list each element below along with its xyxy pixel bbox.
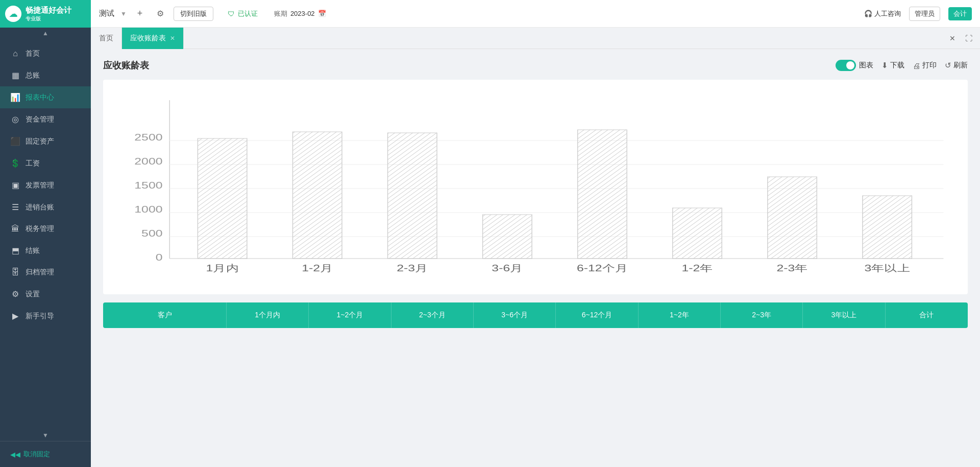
funds-icon: ◎ — [10, 114, 20, 124]
wages-icon: 💲 — [10, 158, 20, 168]
sidebar-scroll-down[interactable]: ▼ — [0, 430, 91, 441]
svg-text:1-2年: 1-2年 — [682, 263, 713, 273]
period-value: 2023-02 — [290, 10, 315, 17]
svg-text:0: 0 — [156, 252, 163, 263]
svg-rect-20 — [483, 215, 532, 259]
invoices-icon: ▣ — [10, 180, 20, 190]
topbar-add-button[interactable]: + — [133, 7, 147, 21]
table-col-1-2month: 1~2个月 — [309, 302, 391, 328]
table-container: 客户 1个月内 1~2个月 2~3个月 3~6个月 6~12个月 1~2年 2~… — [103, 302, 968, 328]
chart-wrapper: 0 500 1000 1500 2000 2500 1月内 — [113, 90, 958, 284]
sidebar-item-reports[interactable]: 📊 报表中心 — [0, 86, 91, 108]
table-col-total: 合计 — [886, 302, 968, 328]
reports-icon: 📊 — [10, 92, 20, 102]
expand-window-button[interactable]: ⛶ — [962, 31, 976, 45]
tab-home[interactable]: 首页 — [91, 28, 122, 49]
sidebar-item-tax[interactable]: 🏛 税务管理 — [0, 218, 91, 240]
svg-rect-24 — [673, 208, 722, 259]
topbar-dropdown-icon[interactable]: ▼ — [120, 10, 127, 17]
table-col-6-12month: 6~12个月 — [556, 302, 638, 328]
tab-bar: 首页 应收账龄表 ✕ ✕ ⛶ — [91, 28, 980, 49]
svg-text:1500: 1500 — [134, 180, 162, 191]
table-col-1month: 1个月内 — [227, 302, 309, 328]
chart-container: 0 500 1000 1500 2000 2500 1月内 — [103, 80, 968, 294]
topbar-project-title: 测试 — [99, 9, 114, 18]
toggle-chart-container: 图表 — [836, 60, 873, 71]
svg-rect-16 — [292, 132, 341, 259]
sidebar-scroll-up[interactable]: ▲ — [0, 28, 91, 39]
page-actions: 图表 ⬇ 下载 🖨 打印 ↺ 刷新 — [836, 60, 968, 71]
svg-text:1-2月: 1-2月 — [302, 263, 333, 273]
close-window-button[interactable]: ✕ — [945, 31, 960, 45]
guide-icon: ▶ — [10, 311, 20, 321]
switch-old-version-button[interactable]: 切到旧版 — [174, 7, 213, 21]
svg-text:3-6月: 3-6月 — [492, 263, 523, 273]
content-area: 应收账龄表 图表 ⬇ 下载 🖨 打印 ↺ 刷新 — [91, 49, 980, 467]
logo-icon: ☁ — [5, 6, 21, 22]
topbar: 测试 ▼ + ⚙ 切到旧版 🛡 已认证 账期 2023-02 📅 🎧 人工咨询 … — [91, 0, 980, 28]
closing-icon: ⬒ — [10, 246, 20, 255]
svg-text:2500: 2500 — [134, 132, 162, 143]
period-label: 账期 — [274, 9, 287, 18]
chart-toggle-label: 图表 — [859, 61, 873, 70]
refresh-button[interactable]: ↺ 刷新 — [945, 61, 968, 70]
table-col-2-3month: 2~3个月 — [391, 302, 474, 328]
tax-icon: 🏛 — [10, 224, 20, 233]
svg-text:6-12个月: 6-12个月 — [577, 263, 628, 273]
refresh-icon: ↺ — [945, 61, 951, 70]
calendar-icon[interactable]: 📅 — [318, 10, 326, 17]
svg-text:1月内: 1月内 — [206, 263, 239, 273]
svg-text:3年以上: 3年以上 — [864, 263, 910, 273]
topbar-settings-button[interactable]: ⚙ — [153, 7, 167, 21]
sidebar-nav: ⌂ 首页 ▦ 总账 📊 报表中心 ◎ 资金管理 ⬛ 固定资产 💲 工资 ▣ 发票… — [0, 39, 91, 430]
svg-rect-18 — [388, 133, 437, 259]
assets-icon: ⬛ — [10, 136, 20, 146]
settings-icon: ⚙ — [10, 289, 20, 299]
bar-chart: 0 500 1000 1500 2000 2500 1月内 — [113, 90, 958, 284]
svg-rect-26 — [768, 177, 817, 259]
page-title: 应收账龄表 — [103, 59, 149, 72]
table-header: 客户 1个月内 1~2个月 2~3个月 3~6个月 6~12个月 1~2年 2~… — [103, 302, 968, 328]
tab-aging[interactable]: 应收账龄表 ✕ — [122, 28, 184, 49]
sidebar-item-assets[interactable]: ⬛ 固定资产 — [0, 130, 91, 152]
purchase-icon: ☰ — [10, 202, 20, 212]
tab-close-icon[interactable]: ✕ — [170, 35, 175, 42]
page-header: 应收账龄表 图表 ⬇ 下载 🖨 打印 ↺ 刷新 — [103, 59, 968, 72]
sidebar-item-settings[interactable]: ⚙ 设置 — [0, 283, 91, 305]
user-button[interactable]: 管理员 — [909, 7, 940, 21]
svg-rect-28 — [863, 196, 912, 259]
home-icon: ⌂ — [10, 49, 20, 58]
svg-text:2-3月: 2-3月 — [397, 263, 428, 273]
print-button[interactable]: 🖨 打印 — [913, 61, 937, 70]
sidebar-logo-text: 畅捷通好会计 专业版 — [26, 6, 71, 22]
sidebar-item-closing[interactable]: ⬒ 结账 — [0, 240, 91, 262]
sidebar-item-home[interactable]: ⌂ 首页 — [0, 43, 91, 64]
consultant-button[interactable]: 🎧 人工咨询 — [864, 9, 901, 18]
table-col-1-2year: 1~2年 — [639, 302, 721, 328]
sidebar-item-ledger[interactable]: ▦ 总账 — [0, 64, 91, 86]
svg-text:2-3年: 2-3年 — [777, 263, 808, 273]
svg-text:1000: 1000 — [134, 204, 162, 215]
svg-text:500: 500 — [141, 228, 162, 239]
table-col-3plus-year: 3年以上 — [803, 302, 885, 328]
table-col-customer: 客户 — [103, 302, 227, 328]
sidebar-item-archive[interactable]: 🗄 归档管理 — [0, 262, 91, 283]
sidebar-item-funds[interactable]: ◎ 资金管理 — [0, 108, 91, 130]
certified-label: 已认证 — [238, 9, 258, 18]
download-icon: ⬇ — [881, 61, 888, 70]
download-button[interactable]: ⬇ 下载 — [881, 61, 904, 70]
role-button[interactable]: 会计 — [948, 7, 972, 20]
chart-toggle-switch[interactable] — [836, 60, 856, 71]
archive-icon: 🗄 — [10, 268, 20, 277]
sidebar-bottom: ◀◀ 取消固定 — [0, 441, 91, 467]
cancel-fixed-button[interactable]: ◀◀ 取消固定 — [5, 447, 86, 462]
sidebar-item-guide[interactable]: ▶ 新手引导 — [0, 305, 91, 327]
sidebar-item-purchase[interactable]: ☰ 进销台账 — [0, 196, 91, 218]
table-col-2-3year: 2~3年 — [721, 302, 803, 328]
topbar-right: 🎧 人工咨询 管理员 会计 — [864, 7, 972, 21]
left-arrow-icon: ◀◀ — [10, 451, 20, 458]
window-controls: ✕ ⛶ — [941, 28, 980, 49]
sidebar-item-wages[interactable]: 💲 工资 — [0, 152, 91, 174]
sidebar-item-invoices[interactable]: ▣ 发票管理 — [0, 174, 91, 196]
print-icon: 🖨 — [913, 61, 920, 70]
